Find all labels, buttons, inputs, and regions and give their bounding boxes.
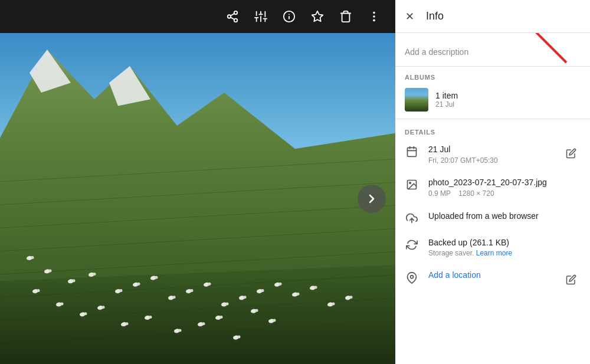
album-info: 1 item 21 Jul [435,91,581,109]
svg-line-3 [231,17,234,19]
svg-point-28 [409,182,411,184]
calendar-icon [405,145,419,159]
photo-panel [0,33,395,364]
date-edit-button[interactable] [562,144,581,163]
info-panel: Add a description ALBUMS [395,33,590,364]
location-edit-button[interactable] [562,270,581,289]
divider-1 [395,119,590,119]
info-header: ✕ Info [395,0,590,33]
date-detail-row: 21 Jul Fri, 20:07 GMT+05:30 [395,138,590,171]
close-button[interactable]: ✕ [398,5,421,28]
landscape-canvas [0,33,395,364]
info-button[interactable] [277,5,301,28]
info-panel-title: Info [426,10,444,22]
svg-point-18 [373,12,375,14]
svg-point-20 [373,19,375,22]
upload-content: Uploaded from a web browser [428,211,581,222]
details-section-label: DETAILS [395,122,590,138]
svg-point-19 [373,15,375,18]
upload-primary: Uploaded from a web browser [428,211,581,222]
svg-marker-17 [312,11,323,21]
favorite-button[interactable] [306,5,329,28]
location-content: Add a location [428,270,552,280]
backup-primary: Backed up (261.1 KB) [428,237,581,249]
delete-button[interactable] [334,5,358,28]
main-area: Add a description ALBUMS [0,33,590,364]
file-detail-row: photo_2023-07-21_20-07-37.jpg 0.9 MP 128… [395,171,590,204]
upload-detail-row: Uploaded from a web browser [395,205,590,231]
description-placeholder[interactable]: Add a description [405,42,581,61]
svg-line-4 [231,14,234,16]
share-button[interactable] [221,5,244,28]
svg-rect-23 [408,147,417,156]
date-content: 21 Jul Fri, 20:07 GMT+05:30 [428,144,552,165]
edit-button[interactable] [249,5,273,28]
location-icon [405,271,419,285]
backup-secondary: Storage saver. Learn more [428,248,581,258]
svg-point-30 [411,276,414,278]
next-button[interactable] [358,185,386,213]
backup-icon [405,238,419,252]
photo-toolbar [0,0,395,33]
add-location-text[interactable]: Add a location [428,270,552,280]
file-content: photo_2023-07-21_20-07-37.jpg 0.9 MP 128… [428,177,581,198]
filename: photo_2023-07-21_20-07-37.jpg [428,177,581,189]
album-name: 1 item [435,91,581,100]
file-meta: 0.9 MP 1280 × 720 [428,189,581,199]
backup-detail-row: Backed up (261.1 KB) Storage saver. Lear… [395,231,590,264]
album-item[interactable]: 1 item 21 Jul [395,83,590,116]
date-secondary: Fri, 20:07 GMT+05:30 [428,156,552,166]
more-options-button[interactable] [362,5,386,28]
description-area: Add a description [395,33,590,67]
location-detail-row: Add a location [395,264,590,295]
upload-icon [405,211,419,225]
album-thumbnail [405,88,428,112]
learn-more-link[interactable]: Learn more [476,249,512,257]
album-date: 21 Jul [435,100,581,109]
albums-section-label: ALBUMS [395,67,590,83]
backup-content: Backed up (261.1 KB) Storage saver. Lear… [428,237,581,258]
date-primary: 21 Jul [428,144,552,156]
image-icon [405,178,419,192]
